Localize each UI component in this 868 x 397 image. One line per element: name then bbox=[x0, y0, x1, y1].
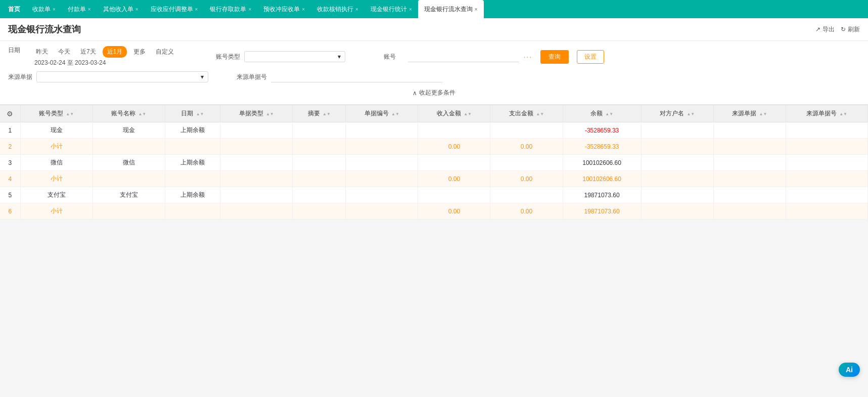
table-row[interactable]: 6 小计 0.00 0.00 19871073.60 bbox=[0, 203, 868, 219]
nav-tab-8-close[interactable]: × bbox=[409, 7, 412, 12]
date-btn-today[interactable]: 今天 bbox=[55, 46, 74, 58]
col-counterparty[interactable]: 对方户名 ▲▼ bbox=[641, 105, 713, 122]
setting-button[interactable]: 设置 bbox=[577, 50, 604, 64]
cell-income: 0.00 bbox=[418, 171, 490, 187]
nav-tab-4-close[interactable]: × bbox=[195, 7, 198, 12]
account-type-select[interactable]: ▾ bbox=[244, 51, 345, 62]
nav-tab-2-close[interactable]: × bbox=[88, 7, 91, 12]
nav-tab-2[interactable]: 付款单 × bbox=[62, 0, 97, 18]
col-account-name[interactable]: 账号名称 ▲▼ bbox=[93, 105, 165, 122]
cell-doc-no bbox=[346, 203, 418, 219]
cell-expense: 0.00 bbox=[490, 171, 563, 187]
cell-source-doc bbox=[713, 171, 786, 187]
cell-source-doc bbox=[713, 139, 786, 155]
source-doc-no-label: 来源单据号 bbox=[237, 73, 267, 81]
cell-doc-no bbox=[346, 171, 418, 187]
col-doc-no[interactable]: 单据编号 ▲▼ bbox=[346, 105, 418, 122]
table-row[interactable]: 1 现金 现金 上期余额 -3528659.33 bbox=[0, 122, 868, 139]
cell-counterparty bbox=[641, 122, 713, 139]
sort-arrows-1: ▲▼ bbox=[66, 112, 74, 116]
nav-tab-1[interactable]: 收款单 × bbox=[26, 0, 62, 18]
cell-summary bbox=[293, 155, 346, 171]
nav-tab-6[interactable]: 预收冲应收单 × bbox=[257, 0, 311, 18]
account-input[interactable] bbox=[408, 52, 519, 62]
cell-doc-no bbox=[346, 122, 418, 139]
table-row[interactable]: 5 支付宝 支付宝 上期余额 19871073.60 bbox=[0, 187, 868, 203]
cell-counterparty bbox=[641, 187, 713, 203]
cell-doc-type bbox=[220, 203, 293, 219]
col-expense[interactable]: 支出金额 ▲▼ bbox=[490, 105, 563, 122]
date-btn-more[interactable]: 更多 bbox=[130, 46, 149, 58]
col-doc-type[interactable]: 单据类型 ▲▼ bbox=[220, 105, 293, 122]
filter-row-1: 日期 昨天 今天 近7天 近1月 更多 自定义 2023-02-24 至 202… bbox=[8, 46, 860, 67]
cell-source-doc-no bbox=[786, 122, 867, 139]
col-date[interactable]: 日期 ▲▼ bbox=[165, 105, 220, 122]
nav-tab-home[interactable]: 首页 bbox=[2, 0, 26, 18]
sort-arrows-5: ▲▼ bbox=[323, 112, 331, 116]
cell-balance: -3528659.33 bbox=[563, 139, 641, 155]
nav-tab-5-close[interactable]: × bbox=[248, 7, 251, 12]
data-table: ⚙ 账号类型 ▲▼ 账号名称 ▲▼ 日期 ▲▼ 单据类型 ▲▼ bbox=[0, 105, 868, 219]
nav-tab-3-close[interactable]: × bbox=[135, 7, 139, 12]
cell-account-type: 微信 bbox=[20, 155, 93, 171]
date-btn-yesterday[interactable]: 昨天 bbox=[32, 46, 52, 58]
nav-tab-9-close[interactable]: × bbox=[475, 7, 478, 12]
col-source-doc-no[interactable]: 来源单据号 ▲▼ bbox=[786, 105, 867, 122]
source-doc-no-input[interactable] bbox=[271, 72, 443, 82]
sort-arrows-11: ▲▼ bbox=[759, 112, 767, 116]
date-btn-custom[interactable]: 自定义 bbox=[152, 46, 177, 58]
collapse-label: 收起更多条件 bbox=[419, 89, 455, 97]
date-range-display: 2023-02-24 至 2023-03-24 bbox=[34, 59, 177, 67]
nav-tab-home-label: 首页 bbox=[8, 5, 20, 14]
refresh-label: 刷新 bbox=[848, 25, 860, 34]
cell-balance: 19871073.60 bbox=[563, 203, 641, 219]
nav-tab-2-label: 付款单 bbox=[68, 5, 86, 14]
col-source-doc[interactable]: 来源单据 ▲▼ bbox=[713, 105, 786, 122]
cell-balance: 19871073.60 bbox=[563, 187, 641, 203]
cell-counterparty bbox=[641, 139, 713, 155]
account-dots-button[interactable]: ··· bbox=[523, 53, 532, 61]
nav-tab-7[interactable]: 收款核销执行 × bbox=[311, 0, 364, 18]
sort-arrows-8: ▲▼ bbox=[536, 112, 544, 116]
table-row[interactable]: 2 小计 0.00 0.00 -3528659.33 bbox=[0, 139, 868, 155]
date-btn-7days[interactable]: 近7天 bbox=[77, 46, 100, 58]
col-gear[interactable]: ⚙ bbox=[0, 105, 20, 122]
page-header: 现金银行流水查询 ↗ 导出 ↻ 刷新 bbox=[0, 18, 868, 41]
account-type-group: 账号类型 ▾ bbox=[216, 51, 345, 62]
cell-num: 2 bbox=[0, 139, 20, 155]
cell-summary bbox=[293, 171, 346, 187]
nav-tab-9[interactable]: 现金银行流水查询 × bbox=[418, 0, 484, 18]
table-row[interactable]: 4 小计 0.00 0.00 100102606.60 bbox=[0, 171, 868, 187]
sort-arrows-6: ▲▼ bbox=[391, 112, 399, 116]
source-doc-select[interactable]: ▾ bbox=[36, 71, 208, 82]
nav-tab-5[interactable]: 银行存取款单 × bbox=[204, 0, 257, 18]
collapse-bar[interactable]: ∧ 收起更多条件 bbox=[8, 86, 860, 99]
table-row[interactable]: 3 微信 微信 上期余额 100102606.60 bbox=[0, 155, 868, 171]
source-doc-no-group: 来源单据号 bbox=[237, 72, 443, 82]
cell-income: 0.00 bbox=[418, 139, 490, 155]
cell-source-doc-no bbox=[786, 187, 867, 203]
nav-tab-7-close[interactable]: × bbox=[355, 7, 358, 12]
export-button[interactable]: ↗ 导出 bbox=[815, 25, 835, 34]
col-balance[interactable]: 余额 ▲▼ bbox=[563, 105, 641, 122]
nav-tab-3[interactable]: 其他收入单 × bbox=[97, 0, 145, 18]
cell-summary bbox=[293, 139, 346, 155]
nav-tab-1-close[interactable]: × bbox=[53, 7, 56, 12]
refresh-button[interactable]: ↻ 刷新 bbox=[841, 25, 860, 34]
col-account-type[interactable]: 账号类型 ▲▼ bbox=[20, 105, 93, 122]
nav-tab-6-close[interactable]: × bbox=[302, 7, 305, 12]
query-button[interactable]: 查询 bbox=[540, 50, 569, 64]
gear-icon[interactable]: ⚙ bbox=[7, 110, 13, 118]
cell-num: 3 bbox=[0, 155, 20, 171]
cell-account-name: 支付宝 bbox=[93, 187, 165, 203]
nav-tab-8[interactable]: 现金银行统计 × bbox=[364, 0, 418, 18]
cell-date bbox=[165, 171, 220, 187]
date-btn-1month[interactable]: 近1月 bbox=[103, 46, 127, 58]
sort-arrows-2: ▲▼ bbox=[138, 112, 146, 116]
nav-tab-3-label: 其他收入单 bbox=[103, 5, 133, 14]
col-income[interactable]: 收入金额 ▲▼ bbox=[418, 105, 490, 122]
cell-date bbox=[165, 139, 220, 155]
col-summary[interactable]: 摘要 ▲▼ bbox=[293, 105, 346, 122]
nav-tab-4[interactable]: 应收应付调整单 × bbox=[145, 0, 204, 18]
table-body: 1 现金 现金 上期余额 -3528659.33 2 小计 0.00 0.00 … bbox=[0, 122, 868, 219]
